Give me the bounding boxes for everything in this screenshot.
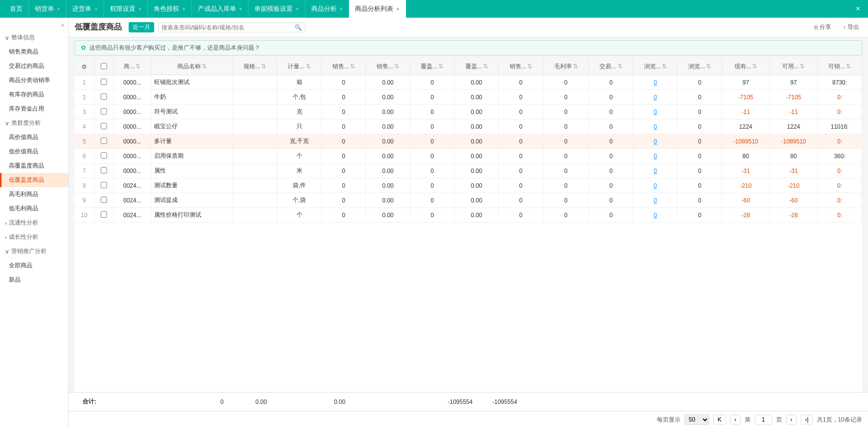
close-icon[interactable]: × xyxy=(94,6,97,12)
row-browse1[interactable]: 0 xyxy=(633,178,678,193)
profit-column-header[interactable]: 毛利率⇅ xyxy=(543,58,589,75)
row-select-checkbox[interactable] xyxy=(101,197,107,203)
sidebar-item-low-value[interactable]: 低价值商品 xyxy=(0,144,68,159)
browse1-link[interactable]: 0 xyxy=(653,123,657,130)
sales3-column-header[interactable]: 销售...⇅ xyxy=(499,58,543,75)
close-icon[interactable]: × xyxy=(396,6,399,12)
row-checkbox[interactable] xyxy=(94,105,114,119)
cover2-column-header[interactable]: 覆盖...⇅ xyxy=(454,58,498,75)
select-all-checkbox[interactable] xyxy=(101,63,107,69)
nav-product-analysis[interactable]: 商品分析 × xyxy=(305,0,349,18)
row-checkbox[interactable] xyxy=(94,75,114,90)
browse1-link[interactable]: 0 xyxy=(653,182,657,189)
sidebar-item-high-profit[interactable]: 高毛利商品 xyxy=(0,187,68,201)
nav-sales-order[interactable]: 销货单 × xyxy=(29,0,66,18)
row-checkbox[interactable] xyxy=(94,208,114,223)
current-column-header[interactable]: 现有...⇅ xyxy=(722,58,769,75)
code-column-header[interactable]: 商...⇅ xyxy=(113,58,151,75)
browse1-link[interactable]: 0 xyxy=(653,94,657,101)
row-checkbox[interactable] xyxy=(94,178,114,193)
close-icon[interactable]: × xyxy=(340,6,343,12)
sales2-column-header[interactable]: 销售...⇅ xyxy=(366,58,410,75)
sales1-column-header[interactable]: 销售...⇅ xyxy=(322,58,366,75)
prev-page-button[interactable]: ‹ xyxy=(730,415,741,425)
trade-column-header[interactable]: 交易...⇅ xyxy=(589,58,633,75)
row-checkbox[interactable] xyxy=(94,164,114,178)
row-browse1[interactable]: 0 xyxy=(633,208,678,223)
row-select-checkbox[interactable] xyxy=(101,211,107,218)
row-select-checkbox[interactable] xyxy=(101,152,107,159)
row-checkbox[interactable] xyxy=(94,134,114,149)
row-select-checkbox[interactable] xyxy=(101,123,107,129)
row-select-checkbox[interactable] xyxy=(101,93,107,100)
close-icon[interactable]: × xyxy=(138,6,141,12)
sidebar-item-low-profit[interactable]: 低毛利商品 xyxy=(0,201,68,216)
browse1-link[interactable]: 0 xyxy=(653,212,657,219)
sidebar-item-high-coverage[interactable]: 高覆盖度商品 xyxy=(0,159,68,173)
row-select-checkbox[interactable] xyxy=(101,167,107,173)
nav-role-auth[interactable]: 角色授权 × xyxy=(148,0,191,18)
name-column-header[interactable]: 商品名称⇅ xyxy=(151,58,233,75)
row-select-checkbox[interactable] xyxy=(101,182,107,188)
checkbox-column-header[interactable] xyxy=(94,58,114,75)
row-checkbox[interactable] xyxy=(94,149,114,164)
browse1-link[interactable]: 0 xyxy=(653,197,657,204)
nav-template-settings[interactable]: 单据模板设置 × xyxy=(248,0,305,18)
row-select-checkbox[interactable] xyxy=(101,79,107,85)
sidebar-item-stock-funds[interactable]: 库存资金占用 xyxy=(0,102,68,116)
sidebar-item-all-products[interactable]: 全部商品 xyxy=(0,258,68,273)
close-all-button[interactable]: × xyxy=(852,4,864,13)
search-icon[interactable]: 🔍 xyxy=(295,24,302,31)
row-browse1[interactable]: 0 xyxy=(633,164,678,178)
row-browse1[interactable]: 0 xyxy=(633,75,678,90)
browse1-link[interactable]: 0 xyxy=(653,79,657,86)
search-input[interactable] xyxy=(162,24,295,31)
browse1-column-header[interactable]: 浏览...⇅ xyxy=(633,58,678,75)
unit-column-header[interactable]: 计量...⇅ xyxy=(277,58,321,75)
close-icon[interactable]: × xyxy=(57,6,60,12)
browse1-link[interactable]: 0 xyxy=(653,109,657,115)
share-button[interactable]: ⎘ 分享 xyxy=(812,22,834,33)
next-page-button[interactable]: › xyxy=(786,415,797,425)
nav-home[interactable]: 首页 xyxy=(4,0,29,18)
browse1-link[interactable]: 0 xyxy=(653,168,657,174)
sidebar-item-stock-products[interactable]: 有库存的商品 xyxy=(0,87,68,102)
row-browse1[interactable]: 0 xyxy=(633,149,678,164)
row-browse1[interactable]: 0 xyxy=(633,119,678,134)
row-browse1[interactable]: 0 xyxy=(633,193,678,208)
row-checkbox[interactable] xyxy=(94,193,114,208)
nav-product-warehouse[interactable]: 产成品入库单 × xyxy=(192,0,248,18)
browse1-link[interactable]: 0 xyxy=(653,138,657,145)
saleable-column-header[interactable]: 可销...⇅ xyxy=(817,58,862,75)
first-page-button[interactable]: K xyxy=(713,415,726,425)
browse1-link[interactable]: 0 xyxy=(653,153,657,160)
sidebar-item-category-rate[interactable]: 商品分类动销率 xyxy=(0,73,68,87)
sidebar-item-traded-products[interactable]: 交易过的商品 xyxy=(0,59,68,73)
row-browse1[interactable]: 0 xyxy=(633,134,678,149)
available-column-header[interactable]: 可用...⇅ xyxy=(770,58,817,75)
sidebar-item-low-coverage[interactable]: 低覆盖度商品 xyxy=(0,173,68,187)
search-box[interactable]: 🔍 xyxy=(158,23,305,32)
page-size-select[interactable]: 50 100 200 xyxy=(684,414,709,425)
time-filter-button[interactable]: 近一月 xyxy=(129,22,154,32)
row-browse1[interactable]: 0 xyxy=(633,90,678,105)
sidebar-collapse-button[interactable]: « xyxy=(0,20,68,30)
row-checkbox[interactable] xyxy=(94,90,114,105)
nav-product-analysis-list[interactable]: 商品分析列表 × xyxy=(349,0,406,18)
row-select-checkbox[interactable] xyxy=(101,138,107,144)
close-icon[interactable]: × xyxy=(296,6,298,12)
settings-column-header[interactable]: ⚙ xyxy=(75,58,94,75)
browse2-column-header[interactable]: 浏览...⇅ xyxy=(678,58,722,75)
close-icon[interactable]: × xyxy=(182,6,185,12)
export-button[interactable]: ↑ 导出 xyxy=(840,22,862,33)
row-checkbox[interactable] xyxy=(94,119,114,134)
sidebar-section-cluster[interactable]: ∨ 类群度分析 xyxy=(0,116,68,130)
last-page-button[interactable]: ›| xyxy=(801,415,813,425)
spec-column-header[interactable]: 规格...⇅ xyxy=(233,58,277,75)
sidebar-item-high-value[interactable]: 高价值商品 xyxy=(0,130,68,144)
close-icon[interactable]: × xyxy=(239,6,242,12)
sidebar-item-new-products[interactable]: 新品 xyxy=(0,273,68,287)
nav-permission-settings[interactable]: 权限设置 × xyxy=(104,0,148,18)
sidebar-section-marketing[interactable]: ∨ 营销推广分析 xyxy=(0,244,68,258)
page-number-input[interactable] xyxy=(755,415,772,425)
